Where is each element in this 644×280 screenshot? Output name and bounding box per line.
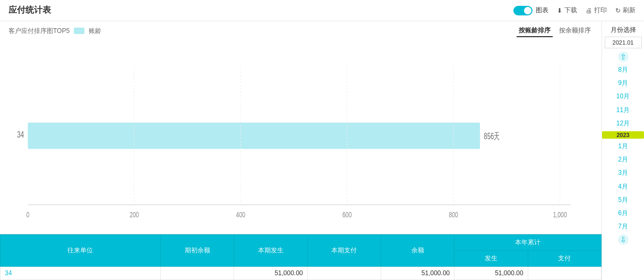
chart-legend: 客户应付排序图TOP5 账龄: [8, 27, 101, 36]
svg-text:200: 200: [130, 210, 139, 219]
th-source: 往来单位: [1, 235, 161, 267]
th-ytd-pay: 支付: [528, 251, 601, 267]
sidebar: 月份选择 ⇧ 8月9月10月11月12月20231月2月3月4月5月6月7月 ⇩: [602, 21, 644, 280]
chart-sort: 按账龄排序 按余额排序: [517, 25, 593, 37]
sidebar-month-item[interactable]: 2月: [602, 153, 644, 166]
cell-opening: [160, 267, 234, 280]
chart-toggle[interactable]: [513, 6, 533, 15]
chart-toggle-wrap: 图表: [513, 6, 548, 15]
page-header: 应付统计表 图表 ⬇ 下载 🖨 打印 ↻ 刷新: [0, 0, 644, 21]
sidebar-title: 月份选择: [602, 23, 644, 37]
cell-ytd-pay: [528, 267, 601, 280]
svg-text:400: 400: [236, 210, 245, 219]
cell-source[interactable]: 34: [1, 267, 161, 280]
print-icon: 🖨: [586, 7, 592, 14]
main-area: 客户应付排序图TOP5 账龄 按账龄排序 按余额排序 34 856天: [0, 21, 644, 280]
svg-text:600: 600: [342, 210, 351, 219]
sidebar-month-item[interactable]: 1月: [602, 140, 644, 153]
sort-by-balance-button[interactable]: 按余额排序: [557, 25, 593, 37]
page-title: 应付统计表: [8, 5, 51, 16]
th-ytd: 本年累计: [454, 235, 602, 251]
svg-text:800: 800: [449, 210, 458, 219]
sidebar-month-item[interactable]: 9月: [602, 77, 644, 90]
chart-svg: 34 856天 0 200 400 600 800 1,000: [8, 40, 593, 230]
th-payment: 本期支付: [307, 235, 381, 267]
sort-by-amount-button[interactable]: 按账龄排序: [517, 25, 553, 37]
sidebar-month-item[interactable]: 10月: [602, 90, 644, 103]
print-label: 打印: [594, 6, 607, 15]
svg-text:856天: 856天: [484, 131, 500, 141]
year-input[interactable]: [605, 37, 642, 48]
th-balance: 余额: [381, 235, 454, 267]
scroll-down-button[interactable]: ⇩: [618, 234, 629, 245]
svg-text:34: 34: [17, 129, 24, 139]
chart-toggle-label: 图表: [536, 6, 548, 15]
sidebar-month-item[interactable]: 12月: [602, 117, 644, 130]
svg-text:0: 0: [26, 210, 29, 219]
svg-text:1,000: 1,000: [553, 210, 567, 219]
sidebar-month-item[interactable]: 5月: [602, 193, 644, 207]
cell-balance: 51,000.00: [381, 267, 454, 280]
th-ytd-occur: 发生: [454, 251, 528, 267]
data-table: 往来单位 期初余额 本期发生 本期支付 余额 本年累计 发生 支付: [0, 234, 602, 280]
sidebar-month-item[interactable]: 3月: [602, 166, 644, 180]
cell-current: 51,000.00: [234, 267, 307, 280]
scroll-up-button[interactable]: ⇧: [618, 52, 629, 62]
legend-box-label: 账龄: [89, 27, 101, 36]
month-list: 8月9月10月11月12月20231月2月3月4月5月6月7月: [602, 63, 644, 233]
table-row: 34 51,000.00 51,000.00 51,000.00: [1, 267, 602, 280]
sidebar-month-item[interactable]: 11月: [602, 104, 644, 117]
sidebar-month-item[interactable]: 4月: [602, 180, 644, 193]
svg-rect-1: [28, 123, 480, 149]
refresh-icon: ↻: [615, 7, 621, 14]
header-actions: 图表 ⬇ 下载 🖨 打印 ↻ 刷新: [513, 6, 636, 15]
legend-box: [74, 28, 84, 34]
table-section: 往来单位 期初余额 本期发生 本期支付 余额 本年累计 发生 支付: [0, 234, 602, 280]
sidebar-month-item[interactable]: 8月: [602, 63, 644, 77]
refresh-label: 刷新: [623, 6, 636, 15]
year-badge: 2023: [602, 131, 644, 139]
th-current: 本期发生: [234, 235, 307, 267]
sidebar-month-item[interactable]: 6月: [602, 207, 644, 220]
legend-text: 客户应付排序图TOP5: [8, 27, 70, 36]
download-label: 下载: [564, 6, 577, 15]
refresh-button[interactable]: ↻ 刷新: [615, 6, 636, 15]
sidebar-month-item[interactable]: 7月: [602, 220, 644, 233]
chart-area: 34 856天 0 200 400 600 800 1,000: [0, 40, 602, 234]
cell-ytd-occur: 51,000.00: [454, 267, 528, 280]
download-icon: ⬇: [557, 7, 562, 14]
download-button[interactable]: ⬇ 下载: [557, 6, 577, 15]
chart-section: 客户应付排序图TOP5 账龄 按账龄排序 按余额排序 34 856天: [0, 21, 602, 280]
print-button[interactable]: 🖨 打印: [586, 6, 607, 15]
chart-header: 客户应付排序图TOP5 账龄 按账龄排序 按余额排序: [0, 21, 602, 40]
cell-payment: [307, 267, 381, 280]
th-opening: 期初余额: [160, 235, 234, 267]
